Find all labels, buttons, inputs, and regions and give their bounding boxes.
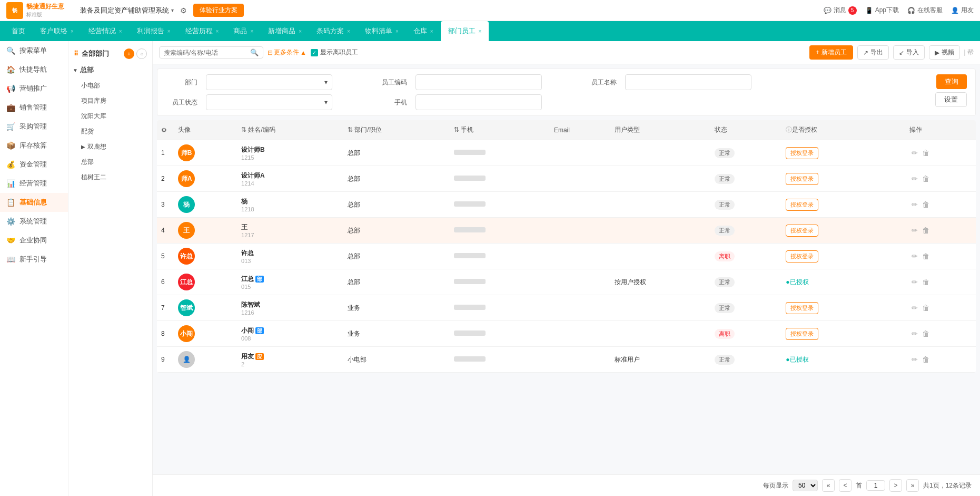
dept-item-project-warehouse[interactable]: 项目库房 — [68, 93, 152, 109]
auth-login-btn[interactable]: 授权登录 — [786, 173, 818, 185]
more-conditions-btn[interactable]: ⊟ 更多条件 ▲ — [268, 48, 306, 57]
search-input[interactable] — [164, 49, 248, 56]
prev-page-btn[interactable]: < — [839, 479, 852, 492]
dept-item-shenyang[interactable]: 沈阳大库 — [68, 109, 152, 124]
help-btn[interactable]: | 帮 — [964, 48, 974, 57]
sidebar-item-marketing[interactable]: 📢 营销推广 — [0, 79, 68, 98]
dept-item-small-elec[interactable]: 小电部 — [68, 78, 152, 93]
trial-btn[interactable]: 体验行业方案 — [193, 4, 244, 17]
emp-code-input[interactable] — [415, 74, 542, 90]
status-filter-select[interactable]: ▾ — [206, 94, 332, 110]
delete-icon[interactable]: 🗑 — [922, 355, 929, 364]
delete-icon[interactable]: 🗑 — [922, 174, 929, 183]
tab-operation-close[interactable]: × — [119, 28, 122, 34]
tab-history-close[interactable]: × — [216, 28, 219, 34]
auth-login-btn[interactable]: 授权登录 — [786, 225, 818, 237]
edit-icon[interactable]: ✏ — [912, 149, 918, 157]
tab-operation[interactable]: 经营情况× — [81, 21, 130, 41]
sidebar-item-inventory[interactable]: 📦 库存核算 — [0, 136, 68, 155]
export-btn[interactable]: ↗ 导出 — [857, 45, 889, 60]
tab-barcode[interactable]: 条码方案× — [309, 21, 358, 41]
tab-employees-close[interactable]: × — [479, 28, 482, 34]
per-page-select[interactable]: 50 — [793, 480, 818, 491]
table-settings-icon[interactable]: ⚙ — [161, 127, 167, 134]
tab-profit-close[interactable]: × — [167, 28, 171, 34]
dept-item-headquarters[interactable]: 总部 — [68, 154, 152, 170]
tab-bom-close[interactable]: × — [395, 28, 399, 34]
dept-item-dual-deer[interactable]: ▶双鹿想 — [68, 139, 152, 154]
import-btn[interactable]: ↙ 导入 — [893, 45, 925, 60]
system-dropdown-icon[interactable]: ▾ — [171, 7, 174, 13]
tab-add-goods-close[interactable]: × — [299, 28, 302, 34]
auth-login-btn[interactable]: 授权登录 — [786, 302, 818, 314]
delete-icon[interactable]: 🗑 — [922, 329, 929, 338]
sidebar-item-finance[interactable]: 💰 资金管理 — [0, 155, 68, 174]
dept-collapse-btn[interactable]: « — [136, 48, 147, 59]
auth-login-btn[interactable]: 授权登录 — [786, 250, 818, 262]
show-resigned-toggle[interactable]: ✓ 显示离职员工 — [311, 48, 358, 57]
tab-profit[interactable]: 利润报告× — [130, 21, 178, 41]
online-service-btn[interactable]: 🎧 在线客服 — [907, 6, 943, 15]
add-employee-btn[interactable]: + 新增员工 — [809, 45, 853, 60]
view-btn[interactable]: ▶ 视频 — [929, 45, 960, 60]
edit-icon[interactable]: ✏ — [912, 278, 918, 286]
sidebar-item-purchase[interactable]: 🛒 采购管理 — [0, 117, 68, 136]
edit-icon[interactable]: ✏ — [912, 174, 918, 183]
page-number-input[interactable] — [866, 480, 885, 491]
emp-name-input[interactable] — [625, 74, 751, 90]
messages-btn[interactable]: 💬 消息 5 — [824, 6, 857, 15]
sidebar-item-collab[interactable]: 🤝 企业协同 — [0, 231, 68, 250]
tab-home[interactable]: 首页 — [4, 21, 33, 41]
phone-input[interactable] — [415, 94, 542, 110]
sidebar-item-search[interactable]: 🔍 搜索菜单 — [0, 41, 68, 60]
sidebar-item-sales[interactable]: 💼 销售管理 — [0, 98, 68, 117]
auth-login-btn[interactable]: 授权登录 — [786, 199, 818, 211]
tab-bom[interactable]: 物料清单× — [358, 21, 406, 41]
auth-login-btn[interactable]: 授权登录 — [786, 147, 818, 159]
next-page-btn[interactable]: > — [889, 479, 902, 492]
filter-settings-btn[interactable]: 设置 — [935, 92, 967, 107]
delete-icon[interactable]: 🗑 — [922, 304, 929, 312]
last-page-btn[interactable]: » — [906, 479, 919, 492]
dept-item-headquarters-parent[interactable]: ▼总部 — [68, 62, 152, 78]
tab-warehouse[interactable]: 仓库× — [406, 21, 441, 41]
tab-customer[interactable]: 客户联络× — [33, 21, 81, 41]
query-btn[interactable]: 查询 — [936, 74, 967, 89]
delete-icon[interactable]: 🗑 — [922, 226, 929, 235]
edit-icon[interactable]: ✏ — [912, 252, 918, 260]
delete-icon[interactable]: 🗑 — [922, 252, 929, 260]
search-input-wrap[interactable]: 🔍 — [159, 46, 263, 59]
edit-icon[interactable]: ✏ — [912, 329, 918, 338]
resigned-checkbox[interactable]: ✓ — [311, 49, 318, 56]
delete-icon[interactable]: 🗑 — [922, 200, 929, 209]
tab-add-goods[interactable]: 新增商品× — [261, 21, 309, 41]
delete-icon[interactable]: 🗑 — [922, 149, 929, 157]
delete-icon[interactable]: 🗑 — [922, 278, 929, 286]
dept-filter-select[interactable]: ▾ — [206, 74, 332, 90]
auth-login-btn[interactable]: 授权登录 — [786, 328, 818, 340]
user-area[interactable]: 👤 用友 — [951, 6, 974, 15]
dept-item-distribution[interactable]: 配货 — [68, 124, 152, 139]
sidebar-item-guide[interactable]: 📖 新手引导 — [0, 250, 68, 269]
edit-icon[interactable]: ✏ — [912, 304, 918, 312]
edit-icon[interactable]: ✏ — [912, 200, 918, 209]
tab-warehouse-close[interactable]: × — [430, 28, 433, 34]
edit-icon[interactable]: ✏ — [912, 355, 918, 364]
tab-goods[interactable]: 商品× — [226, 21, 261, 41]
edit-icon[interactable]: ✏ — [912, 226, 918, 235]
first-page-btn[interactable]: « — [822, 479, 835, 492]
dept-item-tree-king[interactable]: 植树王二 — [68, 170, 152, 185]
dept-add-btn[interactable]: + — [124, 48, 134, 59]
gear-icon[interactable]: ⚙ — [180, 6, 187, 15]
sidebar-item-nav[interactable]: 🏠 快捷导航 — [0, 60, 68, 79]
tab-customer-close[interactable]: × — [71, 28, 74, 34]
sidebar-item-basic[interactable]: 📋 基础信息 — [0, 193, 68, 212]
tab-goods-close[interactable]: × — [250, 28, 253, 34]
tab-history[interactable]: 经营历程× — [178, 21, 226, 41]
sidebar-item-business[interactable]: 📊 经营管理 — [0, 174, 68, 193]
tab-employees[interactable]: 部门员工× — [441, 21, 489, 41]
app-download-btn[interactable]: 📱 App下载 — [865, 6, 899, 15]
search-trigger-icon[interactable]: 🔍 — [250, 48, 259, 56]
sidebar-item-system[interactable]: ⚙️ 系统管理 — [0, 212, 68, 231]
tab-barcode-close[interactable]: × — [347, 28, 350, 34]
